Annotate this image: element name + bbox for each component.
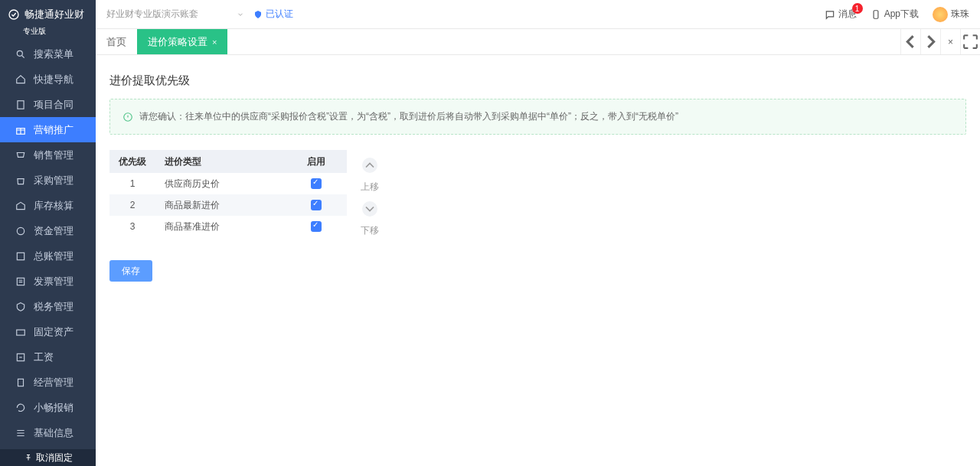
tab-next-button[interactable] [920,29,940,54]
salary-icon [15,352,26,363]
cell-type: 商品最新进价 [155,194,286,216]
app-download-button[interactable]: App下载 [871,8,919,21]
tax-icon [15,301,26,312]
refresh-icon [15,402,26,413]
tab-home[interactable]: 首页 [96,29,137,54]
table-row[interactable]: 3 商品基准进价 [109,216,347,237]
priority-table: 优先级 进价类型 启用 1 供应商历史价 2 商品最新进价 3 [109,150,347,237]
move-up-button[interactable] [362,158,377,173]
hint-text: 请您确认：往来单位中的供应商“采购报价含税”设置，为“含税”，取到进价后将自动带… [139,110,678,123]
svg-rect-5 [17,253,24,259]
cart-icon [15,150,26,161]
message-badge: 1 [852,3,863,14]
tab-prev-button[interactable] [900,29,920,54]
tab-label: 进价策略设置 [148,35,207,49]
message-icon [825,9,835,20]
sidebar-item-label: 总账管理 [34,249,74,263]
sidebar-item-marketing[interactable]: 营销推广 [0,117,96,142]
brand-edition: 专业版 [0,26,96,37]
svg-rect-11 [874,10,878,18]
sidebar-item-label: 小畅报销 [34,401,74,415]
sidebar-item-quicknav[interactable]: 快捷导航 [0,67,96,92]
sidebar-item-label: 工资 [34,350,54,364]
user-menu[interactable]: 珠珠 [933,7,969,22]
coin-icon [15,226,26,236]
table-row[interactable]: 2 商品最新进价 [109,194,347,216]
org-name: 好业财专业版演示账套 [106,8,198,21]
search-icon [15,49,26,60]
sidebar-item-assets[interactable]: 固定资产 [0,319,96,344]
sidebar-item-label: 采购管理 [34,174,74,187]
tab-close-button[interactable]: × [940,29,960,54]
cell-priority: 2 [109,194,155,216]
avatar [933,7,948,22]
sidebar-item-ledger[interactable]: 总账管理 [0,243,96,269]
cell-priority: 1 [109,173,155,194]
tab-label: 首页 [106,35,126,49]
sidebar-item-sales[interactable]: 销售管理 [0,142,96,168]
move-up-label: 上移 [361,181,379,194]
sidebar-item-label: 项目合同 [34,98,74,112]
sidebar-item-search[interactable]: 搜索菜单 [0,41,96,67]
move-controls: 上移 下移 [361,150,379,237]
save-button[interactable]: 保存 [109,260,152,282]
svg-rect-2 [18,100,24,109]
sidebar-footer-label: 取消固定 [36,451,73,464]
sidebar-item-salary[interactable]: 工资 [0,344,96,370]
cell-priority: 3 [109,216,155,237]
app-label: App下载 [884,8,919,21]
brand-logo: 畅捷通好业财 [0,0,96,29]
svg-rect-7 [17,330,25,335]
page-title: 进价提取优先级 [96,55,980,99]
sidebar-item-label: 营销推广 [34,123,74,137]
enable-checkbox[interactable] [311,200,322,210]
org-selector[interactable]: 好业财专业版演示账套 [106,8,244,21]
sidebar-item-purchase[interactable]: 采购管理 [0,168,96,193]
verified-label: 已认证 [266,8,293,21]
col-priority: 优先级 [109,150,155,173]
sidebar-item-operations[interactable]: 经营管理 [0,370,96,395]
invoice-icon [15,276,26,287]
sidebar-item-expense[interactable]: 小畅报销 [0,395,96,420]
svg-point-0 [9,10,18,19]
message-button[interactable]: 消息 1 [825,8,857,21]
verified-badge[interactable]: 已认证 [253,8,293,21]
home-icon [15,74,26,85]
sidebar-item-funds[interactable]: 资金管理 [0,218,96,243]
move-down-button[interactable] [362,201,377,217]
tab-price-strategy[interactable]: 进价策略设置 × [137,29,227,54]
enable-checkbox[interactable] [311,221,322,232]
sidebar-item-label: 基础信息 [34,426,74,440]
phone-icon [871,9,881,20]
list-icon [15,428,26,438]
sidebar-item-invoice[interactable]: 发票管理 [0,269,96,294]
sidebar-item-basic[interactable]: 基础信息 [0,420,96,445]
sidebar-item-label: 快捷导航 [34,73,74,86]
enable-checkbox[interactable] [311,178,322,189]
sidebar-item-project[interactable]: 项目合同 [0,92,96,117]
chevron-down-icon [237,11,244,18]
brand-icon [8,8,20,21]
sidebar-item-label: 销售管理 [34,148,74,162]
cell-type: 商品基准进价 [155,216,286,237]
svg-point-4 [17,227,24,234]
sidebar: 畅捷通好业财 专业版 搜索菜单 快捷导航 项目合同 营销推广 销售管理 采购管理… [0,0,96,466]
svg-rect-9 [18,379,24,386]
bag-icon [15,175,26,186]
info-icon [122,112,133,122]
sidebar-item-label: 库存核算 [34,199,74,213]
table-row[interactable]: 1 供应商历史价 [109,173,347,194]
sidebar-pin-toggle[interactable]: 取消固定 [0,449,96,466]
move-down-label: 下移 [361,224,379,237]
svg-point-1 [17,51,22,56]
topbar: 好业财专业版演示账套 已认证 消息 1 App下载 珠珠 [96,0,980,29]
sidebar-item-inventory[interactable]: 库存核算 [0,193,96,218]
gift-icon [15,125,26,135]
sidebar-item-tax[interactable]: 税务管理 [0,294,96,319]
cell-type: 供应商历史价 [155,173,286,194]
clipboard-icon [15,377,26,388]
fullscreen-button[interactable] [960,29,980,54]
close-icon[interactable]: × [212,37,217,47]
brand-name: 畅捷通好业财 [24,8,84,21]
assets-icon [15,327,26,337]
